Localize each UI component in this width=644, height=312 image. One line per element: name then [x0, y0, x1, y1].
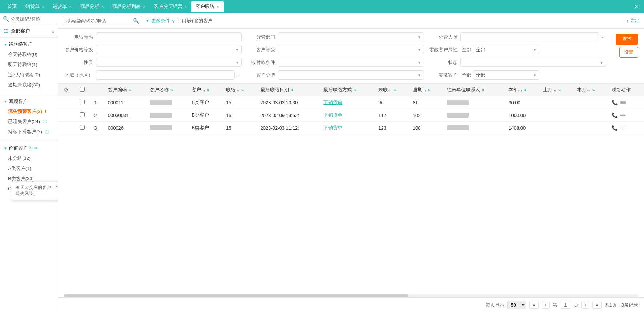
last-page-button[interactable]: »	[592, 301, 601, 309]
setting-button[interactable]: 设置	[619, 47, 638, 58]
sidebar-section-title-review[interactable]: ▼ 回顾客户	[0, 96, 58, 106]
sidebar-item-ungrouped[interactable]: 未分组(32)	[0, 153, 58, 163]
sort-icon-no-contact[interactable]: ⇅	[393, 88, 396, 92]
sidebar-item-overdue-contact[interactable]: 逾期未联络(30)	[0, 80, 58, 90]
dept-select[interactable]	[278, 32, 424, 41]
retail-attr-select[interactable]: 全部	[473, 45, 540, 54]
edit-icon-value[interactable]: ✏	[34, 146, 38, 151]
row-check-cell[interactable]	[74, 96, 90, 109]
scrollbar-track[interactable]	[64, 294, 638, 297]
row-index: 2	[90, 109, 104, 122]
tab-home[interactable]: 首页	[3, 1, 21, 12]
close-tab-analysis-list[interactable]: ×	[143, 4, 145, 9]
scrollbar-thumb[interactable]	[64, 294, 408, 297]
sidebar-search-input[interactable]	[11, 16, 55, 22]
filter-export-button[interactable]: ↑ 导出	[627, 17, 640, 24]
retail-attr-select-wrap: 全部 ▼	[473, 45, 540, 54]
row-check-cell[interactable]	[74, 109, 90, 122]
filter-search-input[interactable]	[66, 18, 133, 24]
my-customers-checkbox[interactable]	[178, 19, 183, 23]
manager-ellipsis[interactable]: ···	[599, 34, 606, 40]
sidebar-item-type-a[interactable]: A类客户(1)	[0, 163, 58, 174]
sort-icon-code[interactable]: ⇅	[128, 88, 131, 92]
sidebar-section-title-pending[interactable]: ▼ 待联络客户	[0, 39, 58, 49]
sort-icon-name[interactable]: ⇅	[170, 88, 173, 92]
sort-icon-last-method[interactable]: ⇅	[353, 88, 356, 92]
sidebar-item-declining[interactable]: 持续下滑客户(2) ⓘ	[0, 127, 58, 137]
dept-select-wrap: ▼	[278, 32, 424, 41]
action-contact-icon[interactable]: 📞	[612, 125, 618, 131]
col-check[interactable]	[74, 84, 90, 96]
last-method-link[interactable]: 下销货单	[323, 112, 342, 118]
filter-more-conditions[interactable]: ▼ 更多条件 ∨	[145, 17, 175, 24]
sidebar-item-churn-warning[interactable]: 流失预警客户(3) !	[0, 106, 58, 117]
sort-icon-company-contact[interactable]: ⇅	[482, 88, 484, 92]
sidebar-collapse-button[interactable]: «	[51, 28, 54, 34]
tab-sales[interactable]: 销货单 ×	[21, 1, 48, 12]
tab-analysis[interactable]: 商品分析 ×	[76, 1, 108, 12]
row-overdue: 108	[409, 122, 444, 134]
select-all-checkbox[interactable]	[80, 87, 85, 92]
next-page-button[interactable]: ›	[581, 301, 589, 309]
action-more-icon[interactable]: ≡≡	[620, 112, 626, 118]
gear-icon[interactable]: ⚙	[64, 87, 68, 93]
sidebar-item-today-contact[interactable]: 今天待联络(0)	[0, 49, 58, 60]
first-page-button[interactable]: «	[529, 301, 538, 309]
sort-icon-type[interactable]: ⇅	[206, 88, 209, 92]
window-close-button[interactable]: ×	[631, 3, 641, 11]
sort-icon-last-month[interactable]: ⇅	[558, 88, 561, 92]
action-more-icon[interactable]: ≡≡	[620, 125, 626, 131]
action-more-icon[interactable]: ≡≡	[620, 100, 626, 105]
action-contact-icon[interactable]: 📞	[612, 112, 618, 118]
sort-icon-this-month[interactable]: ⇅	[592, 88, 595, 92]
close-tab-analysis[interactable]: ×	[101, 4, 104, 9]
tab-analysis-list[interactable]: 商品分析列表 ×	[108, 1, 149, 12]
sort-icon-this-year[interactable]: ⇅	[523, 88, 526, 92]
retail-customer-select[interactable]: 全部	[473, 70, 540, 80]
sidebar-item-week-contact[interactable]: 近7天待联络(0)	[0, 70, 58, 80]
close-tab-customer-link[interactable]: ×	[217, 4, 219, 9]
sidebar-section-title-value[interactable]: ▼ 价值客户 ↻ ✏	[0, 143, 58, 153]
region-input[interactable]	[96, 70, 235, 80]
customer-level-select[interactable]	[278, 45, 424, 54]
row-checkbox[interactable]	[80, 100, 85, 104]
sidebar-section-review: ▼ 回顾客户 流失预警客户(3) ! 已流失客户(24) ⓘ 持续下滑客户(2)…	[0, 95, 58, 138]
last-method-link[interactable]: 下销货单	[323, 125, 342, 130]
row-checkbox[interactable]	[80, 125, 85, 130]
nature-select[interactable]	[96, 58, 242, 67]
data-table: ⚙ 客户编码 ⇅	[58, 84, 644, 134]
action-contact-icon[interactable]: 📞	[612, 100, 618, 105]
sort-icon-last-date[interactable]: ⇅	[290, 88, 293, 92]
refresh-icon-value[interactable]: ↻	[29, 146, 33, 151]
col-gear[interactable]: ⚙	[58, 84, 74, 96]
phone-input[interactable]	[96, 32, 242, 41]
customer-type-select[interactable]	[278, 70, 424, 80]
sort-icon-overdue[interactable]: ⇅	[428, 88, 431, 92]
close-tab-customer-tier[interactable]: ×	[185, 4, 187, 9]
horizontal-scrollbar[interactable]	[58, 293, 644, 297]
sidebar-item-churned[interactable]: 已流失客户(24) ⓘ	[0, 117, 58, 127]
prev-page-button[interactable]: ‹	[542, 301, 550, 309]
filter-search-icon[interactable]: 🔍	[133, 18, 139, 24]
query-button[interactable]: 查询	[616, 34, 638, 45]
price-level-select[interactable]	[96, 45, 242, 54]
row-checkbox[interactable]	[80, 112, 85, 117]
filter-my-customers[interactable]: 我分管的客户	[178, 17, 213, 24]
filter-field-price-level: 客户价格等级 ▼	[64, 45, 242, 54]
tab-customer-link[interactable]: 客户联络 ×	[191, 1, 223, 12]
region-ellipsis[interactable]: ···	[235, 72, 242, 78]
status-select[interactable]	[460, 58, 606, 67]
close-tab-purchase[interactable]: ×	[69, 4, 71, 9]
last-method-link[interactable]: 下销货单	[323, 100, 342, 105]
close-tab-sales[interactable]: ×	[42, 4, 44, 9]
payment-select[interactable]	[278, 58, 424, 67]
row-check-cell[interactable]	[74, 122, 90, 134]
row-company-contact	[443, 109, 505, 122]
tab-purchase[interactable]: 进货单 ×	[48, 1, 76, 12]
sort-icon-contact[interactable]: ⇅	[241, 88, 244, 92]
sidebar-item-tomorrow-contact[interactable]: 明天待联络(1)	[0, 60, 58, 70]
tab-customer-tier[interactable]: 客户分层经营 ×	[150, 1, 191, 12]
row-last-method: 下销货单	[320, 109, 375, 122]
per-page-select[interactable]: 50 100 200	[507, 301, 526, 309]
manager-input[interactable]	[460, 32, 599, 41]
